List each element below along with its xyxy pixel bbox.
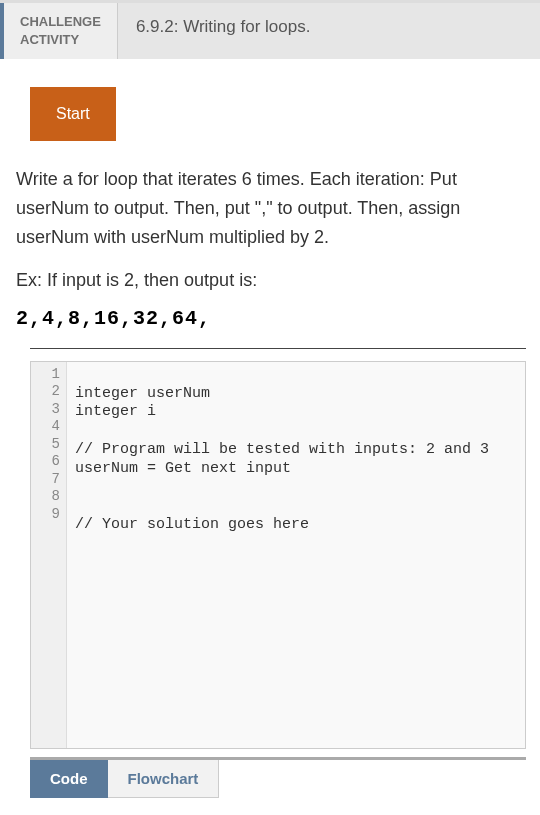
code-line: userNum = Get next input — [75, 460, 291, 477]
line-num: 7 — [33, 471, 60, 489]
activity-title: 6.9.2: Writing for loops. — [118, 3, 540, 59]
line-num: 2 — [33, 383, 60, 401]
start-button[interactable]: Start — [30, 87, 116, 141]
tab-flowchart[interactable]: Flowchart — [108, 760, 220, 798]
example-output: 2,4,8,16,32,64, — [16, 307, 526, 330]
problem-description: Write a for loop that iterates 6 times. … — [16, 165, 526, 251]
badge-line2: ACTIVITY — [20, 31, 101, 49]
code-line: // Program will be tested with inputs: 2… — [75, 441, 489, 458]
activity-header: CHALLENGE ACTIVITY 6.9.2: Writing for lo… — [0, 3, 540, 59]
line-num: 1 — [33, 366, 60, 384]
line-num: 9 — [33, 506, 60, 524]
example-label: Ex: If input is 2, then output is: — [16, 270, 526, 291]
badge-line1: CHALLENGE — [20, 13, 101, 31]
code-line: // Your solution goes here — [75, 516, 309, 533]
line-num: 3 — [33, 401, 60, 419]
line-num: 8 — [33, 488, 60, 506]
code-editor[interactable]: 1 2 3 4 5 6 7 8 9 integer userNum intege… — [30, 361, 526, 749]
code-line: integer i — [75, 403, 156, 420]
line-num: 4 — [33, 418, 60, 436]
line-number-gutter: 1 2 3 4 5 6 7 8 9 — [31, 362, 67, 748]
code-text-area[interactable]: integer userNum integer i // Program wil… — [67, 362, 525, 748]
challenge-badge: CHALLENGE ACTIVITY — [4, 3, 118, 59]
tab-code[interactable]: Code — [30, 760, 108, 798]
line-num: 6 — [33, 453, 60, 471]
content-area: Start Write a for loop that iterates 6 t… — [0, 59, 540, 797]
code-line: integer userNum — [75, 385, 210, 402]
editor-tabs: Code Flowchart — [30, 760, 526, 798]
line-num: 5 — [33, 436, 60, 454]
divider — [30, 348, 526, 349]
